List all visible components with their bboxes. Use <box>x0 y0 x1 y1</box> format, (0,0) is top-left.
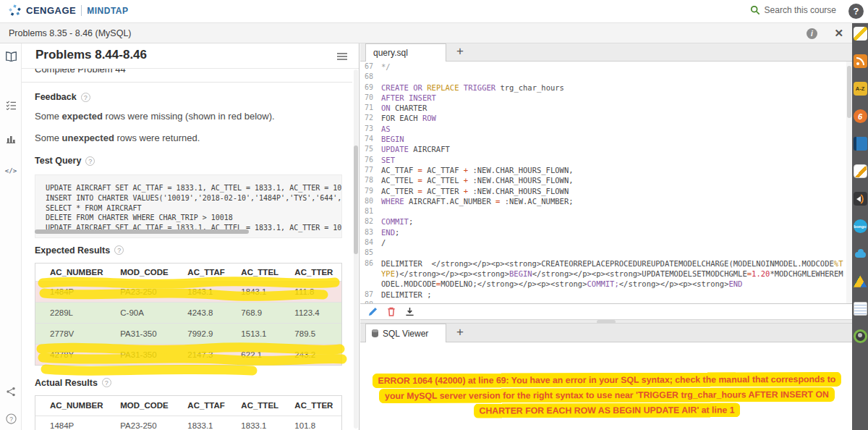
search-course-button[interactable]: Search this course <box>750 5 836 15</box>
actual-results-help-icon[interactable] <box>102 378 111 387</box>
left-rail: </> ? <box>0 43 22 430</box>
table-cell: 7992.9 <box>173 329 226 338</box>
feedback-line: Some expected rows were missing (shown i… <box>35 111 342 122</box>
line-number: 77 <box>360 165 378 175</box>
section-divider <box>22 82 352 83</box>
table-header-row: AC_NUMBERMOD_CODEAC_TTAFAC_TTELAC_TTER <box>35 396 341 416</box>
table-cell: 243.2 <box>280 350 341 359</box>
dictionary-az-icon[interactable]: A-Z <box>854 82 867 96</box>
column-header: AC_TTEL <box>226 268 280 277</box>
delete-trash-icon[interactable] <box>387 307 396 316</box>
table-cell: PA23-250 <box>106 287 173 296</box>
download-icon[interactable] <box>405 307 414 316</box>
problem-panel-body: Complete Problem 44 Feedback Some expect… <box>22 69 352 430</box>
editor-scrollbar <box>846 62 852 303</box>
bongo-icon[interactable]: bongo <box>854 219 867 233</box>
code-text <box>378 206 846 216</box>
column-header: AC_NUMBER <box>35 401 106 410</box>
table-cell: PA31-350 <box>106 350 173 359</box>
editor-scroll-thumb[interactable] <box>847 66 851 118</box>
test-query-help-icon[interactable] <box>85 156 95 166</box>
table-cell: 1484P <box>35 287 106 296</box>
test-query-scrollbar <box>35 229 332 234</box>
actual-results-label: Actual Results <box>35 378 98 388</box>
code-line: 82COMMIT; <box>360 216 846 227</box>
code-line: 76SET <box>360 155 846 165</box>
panel-scroll-thumb[interactable] <box>354 146 358 254</box>
test-query-scroll-thumb[interactable] <box>35 229 249 234</box>
help-icon[interactable] <box>848 4 864 19</box>
reader-book-icon[interactable] <box>0 47 22 66</box>
edit-pencil-icon[interactable] <box>368 307 378 316</box>
code-line: 87DELIMITER ; <box>360 290 846 300</box>
checklist-icon[interactable] <box>0 96 22 114</box>
tab-query-sql[interactable]: query.sql <box>365 43 446 62</box>
add-viewer-tab-button[interactable]: + <box>456 325 464 340</box>
panel-menu-icon[interactable] <box>337 53 347 60</box>
table-cell: 101.8 <box>280 421 341 430</box>
share-icon[interactable] <box>0 382 22 401</box>
page-title: Problems 8.44-8.46 <box>35 48 147 62</box>
table-cell: 4278Y <box>35 350 106 359</box>
line-number: 78 <box>360 175 378 185</box>
search-label: Search this course <box>765 5 836 15</box>
rail-help-icon[interactable]: ? <box>0 409 22 428</box>
table-cell: 111.8 <box>280 287 341 296</box>
error-message-wrap: ERROR 1064 (42000) at line 69: You have … <box>372 372 842 419</box>
notes-pencil-icon[interactable] <box>854 27 867 41</box>
studyhub-icon[interactable]: 6 <box>854 109 867 123</box>
line-number: 76 <box>360 155 378 165</box>
table-cell: 1843.1 <box>226 287 280 296</box>
table-cell: 4243.8 <box>173 308 226 317</box>
info-icon[interactable] <box>807 28 817 39</box>
code-text: SET <box>378 155 846 165</box>
rss-feed-icon[interactable] <box>854 54 867 68</box>
table-row: 1484PPA23-2501833.11833.1101.8 <box>35 416 341 430</box>
test-query-line: INSERT INTO CHARTER VALUES('10019','2018… <box>46 193 341 203</box>
code-text: CREATE OR REPLACE TRIGGER trg_char_hours <box>378 83 846 93</box>
table-header-row: AC_NUMBERMOD_CODEAC_TTAFAC_TTELAC_TTER <box>35 264 341 281</box>
line-number: 85 <box>360 248 378 258</box>
brand-name: CENGAGE <box>26 5 76 16</box>
sql-viewer-output: ERROR 1064 (42000) at line 69: You have … <box>360 342 852 430</box>
table-cell: 1484P <box>35 421 106 430</box>
code-line: 81 <box>360 206 846 216</box>
add-tab-button[interactable]: + <box>456 44 464 59</box>
sql-editor-pane: query.sql + 67*/68 69CREATE OR REPLACE T… <box>360 43 852 430</box>
cloud-icon[interactable] <box>854 247 867 261</box>
app-window: CENGAGE MINDTAP Search this course Probl… <box>0 0 868 430</box>
line-number: 84 <box>360 237 378 248</box>
line-number: 73 <box>360 124 378 134</box>
expected-results-help-icon[interactable] <box>114 245 124 255</box>
product-name: MINDTAP <box>87 6 128 16</box>
code-glyph: </> <box>5 167 17 174</box>
bar-chart-icon[interactable] <box>0 129 22 148</box>
feedback-help-icon[interactable] <box>81 93 90 102</box>
code-text <box>378 248 846 258</box>
code-line: 67*/ <box>360 62 846 72</box>
test-query-code: UPDATE AIRCRAFT SET AC_TTAF = 1833.1, AC… <box>35 174 342 238</box>
line-number: 80 <box>360 196 378 206</box>
cengage-swirl-icon <box>9 4 21 17</box>
column-header: MOD_CODE <box>106 268 173 277</box>
code-text: */ <box>378 62 846 72</box>
table-row: 1484PPA23-2501843.11843.1111.8 <box>35 281 341 302</box>
brand-divider <box>81 5 82 16</box>
google-drive-icon[interactable] <box>854 274 867 288</box>
table-cell: 1833.1 <box>226 421 280 430</box>
code-text: / <box>378 237 846 248</box>
profile-icon[interactable] <box>854 329 867 343</box>
line-number: 82 <box>360 216 378 227</box>
flashcards-icon[interactable] <box>854 164 867 178</box>
close-icon[interactable] <box>834 27 843 40</box>
editor-code[interactable]: 67*/68 69CREATE OR REPLACE TRIGGER trg_c… <box>360 62 846 303</box>
sql-error-message: ERROR 1064 (42000) at line 69: You have … <box>372 372 841 418</box>
table-row: 2778VPA31-3507992.91513.1789.5 <box>35 323 341 344</box>
code-panel-icon[interactable]: </> <box>0 161 22 180</box>
ebook-icon[interactable] <box>854 137 867 151</box>
notepad-icon[interactable] <box>854 302 867 316</box>
tab-sql-viewer[interactable]: SQL Viewer <box>365 324 446 342</box>
readspeaker-icon[interactable] <box>854 192 867 206</box>
table-cell: C-90A <box>106 308 173 317</box>
top-bar: CENGAGE MINDTAP Search this course <box>0 0 868 23</box>
